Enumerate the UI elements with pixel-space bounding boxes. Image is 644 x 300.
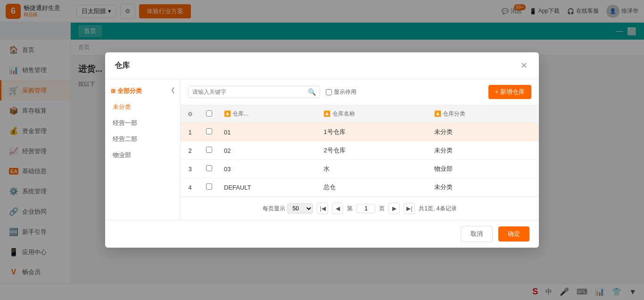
row-no-3: 3 — [181, 160, 199, 178]
row-3-code: 03 — [218, 160, 318, 178]
col-code: 🔼 仓库... — [218, 105, 318, 123]
last-page-button[interactable]: ▶| — [404, 203, 415, 214]
row-no-1: 1 — [181, 123, 199, 142]
prev-page-button[interactable]: ◀ — [332, 203, 343, 214]
select-all-checkbox[interactable] — [206, 110, 212, 117]
row-no-4: 4 — [181, 178, 199, 197]
right-panel: 🔍 显示停用 + 新增仓库 ⚙ — [181, 79, 539, 220]
add-warehouse-button[interactable]: + 新增仓库 — [488, 85, 531, 99]
modal-close-button[interactable]: ✕ — [518, 60, 529, 71]
row-1-checkbox[interactable] — [206, 128, 212, 134]
row-1-name: 1号仓库 — [318, 123, 428, 142]
show-disabled-label: 显示停用 — [326, 88, 356, 96]
row-4-code: DEFAULT — [218, 178, 318, 197]
category-header: ⊞ 全部分类 《 — [105, 85, 180, 99]
modal-body: ⊞ 全部分类 《 未分类 经营一部 经营二部 物业部 — [105, 79, 539, 220]
row-2-code: 02 — [218, 142, 318, 160]
row-no-2: 2 — [181, 142, 199, 160]
page-size-select: 每页显示 50 100 200 — [263, 203, 313, 214]
row-3-checkbox[interactable] — [206, 165, 212, 171]
modal-header: 仓库 ✕ — [105, 52, 539, 79]
category-item-unclassified[interactable]: 未分类 — [105, 99, 180, 115]
collapse-button[interactable]: 《 — [168, 87, 174, 95]
col-settings: ⚙ — [181, 105, 199, 123]
page-number-input[interactable]: 1 — [356, 204, 375, 213]
confirm-button[interactable]: 确定 — [498, 226, 529, 242]
search-box: 🔍 — [188, 86, 320, 98]
search-icon[interactable]: 🔍 — [308, 88, 316, 96]
settings-col-icon: ⚙ — [188, 111, 193, 117]
grid-icon: ⊞ — [111, 88, 116, 94]
row-1-category: 未分类 — [429, 123, 539, 142]
first-page-button[interactable]: |◀ — [317, 203, 328, 214]
cancel-button[interactable]: 取消 — [461, 226, 493, 242]
row-4-category: 未分类 — [429, 178, 539, 197]
next-page-button[interactable]: ▶ — [388, 203, 400, 214]
category-item-ops2[interactable]: 经营二部 — [105, 131, 180, 147]
row-2-checkbox[interactable] — [206, 147, 212, 153]
table-header-row: ⚙ 🔼 仓库... 🔼 仓库名称 — [181, 105, 539, 123]
right-toolbar: 🔍 显示停用 + 新增仓库 — [181, 79, 539, 105]
modal-overlay: 仓库 ✕ ⊞ 全部分类 《 未分类 经营一部 — [0, 0, 644, 300]
category-panel: ⊞ 全部分类 《 未分类 经营一部 经营二部 物业部 — [105, 79, 181, 220]
total-info: 共1页, 4条记录 — [419, 205, 456, 213]
per-page-dropdown[interactable]: 50 100 200 — [287, 203, 313, 214]
category-title: 全部分类 — [117, 87, 142, 95]
category-item-property[interactable]: 物业部 — [105, 147, 180, 163]
row-3-category: 物业部 — [429, 160, 539, 178]
warehouse-table-area: ⚙ 🔼 仓库... 🔼 仓库名称 — [181, 105, 539, 197]
row-4-checkbox[interactable] — [206, 183, 212, 190]
table-row[interactable]: 2 02 2号仓库 未分类 — [181, 142, 539, 160]
row-2-name: 2号仓库 — [318, 142, 428, 160]
warehouse-table: ⚙ 🔼 仓库... 🔼 仓库名称 — [181, 105, 539, 197]
row-1-code: 01 — [218, 123, 318, 142]
modal-footer: 取消 确定 — [105, 220, 539, 248]
modal-title: 仓库 — [115, 61, 130, 71]
search-input[interactable] — [192, 89, 305, 95]
pagination: 每页显示 50 100 200 |◀ ◀ 第 1 页 ▶ ▶| 共1页, 4条记… — [181, 197, 539, 220]
col-category: 🔼 仓库分类 — [429, 105, 539, 123]
table-row[interactable]: 4 DEFAULT 总仓 未分类 — [181, 178, 539, 197]
category-item-ops1[interactable]: 经营一部 — [105, 115, 180, 131]
show-disabled-checkbox[interactable] — [326, 89, 332, 95]
table-row[interactable]: 3 03 水 物业部 — [181, 160, 539, 178]
col-checkbox — [199, 105, 218, 123]
row-2-category: 未分类 — [429, 142, 539, 160]
col-name: 🔼 仓库名称 — [318, 105, 428, 123]
row-4-name: 总仓 — [318, 178, 428, 197]
table-row[interactable]: 1 01 1号仓库 未分类 — [181, 123, 539, 142]
warehouse-modal: 仓库 ✕ ⊞ 全部分类 《 未分类 经营一部 — [105, 52, 539, 248]
row-3-name: 水 — [318, 160, 428, 178]
